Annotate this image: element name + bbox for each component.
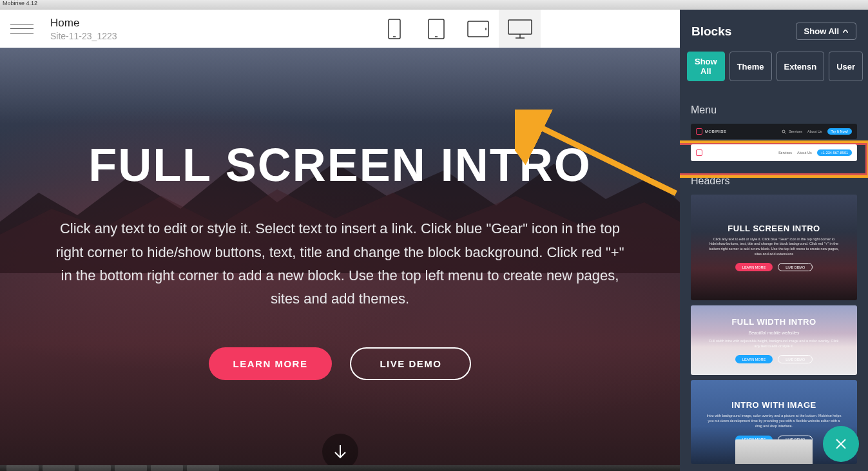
- main-area: Home Site-11-23_1223: [0, 10, 680, 471]
- thumb-desc: Intro with background image, color overl…: [706, 414, 842, 428]
- thumb-title: FULL WIDTH INTRO: [731, 317, 816, 327]
- header-block-thumb[interactable]: FULL WIDTH INTRO Beautiful mobile websit…: [691, 305, 857, 375]
- showall-dropdown[interactable]: Show All: [796, 23, 856, 40]
- blocks-sidebar: Blocks Show All Show All Theme Extensn U…: [680, 10, 868, 471]
- scroll-down-button[interactable]: [322, 434, 358, 470]
- chevron-up-icon: [843, 30, 848, 33]
- thumb-image-placeholder: [735, 439, 813, 464]
- app-frame: Home Site-11-23_1223: [0, 10, 868, 471]
- phone-icon: [388, 19, 401, 39]
- hamburger-menu-button[interactable]: [10, 24, 39, 34]
- device-tablet-landscape-button[interactable]: [457, 10, 499, 48]
- top-bar: Home Site-11-23_1223: [0, 10, 680, 48]
- filter-extension[interactable]: Extensn: [776, 52, 825, 81]
- device-switcher: [373, 10, 541, 48]
- thumb-title: FULL SCREEN INTRO: [728, 224, 820, 233]
- canvas: FULL SCREEN INTRO Click any text to edit…: [0, 48, 680, 471]
- live-demo-button[interactable]: LIVE DEMO: [350, 347, 471, 380]
- sidebar-title: Blocks: [691, 24, 731, 39]
- menu-block-dark-thumb[interactable]: MOBIRISE Services About Us Try It Now!: [691, 124, 857, 139]
- filter-user[interactable]: User: [829, 52, 863, 81]
- svg-point-12: [782, 130, 785, 133]
- thumb-link: Services: [778, 151, 792, 155]
- section-headers-label: Headers: [691, 175, 857, 187]
- section-menu-label: Menu: [691, 104, 857, 116]
- svg-rect-6: [508, 20, 532, 34]
- sidebar-header: Blocks Show All: [680, 10, 868, 52]
- os-taskbar[interactable]: [0, 465, 680, 471]
- svg-rect-0: [389, 19, 400, 39]
- thumb-cta: +1-234-567-8901: [817, 149, 852, 156]
- thumb-btn: LEARN MORE: [735, 263, 773, 271]
- thumb-btn: LEARN MORE: [735, 355, 773, 363]
- hero-block[interactable]: FULL SCREEN INTRO Click any text to edit…: [0, 48, 680, 471]
- filter-theme[interactable]: Theme: [729, 52, 772, 81]
- device-tablet-portrait-button[interactable]: [415, 10, 457, 48]
- close-icon: [834, 437, 848, 451]
- thumb-desc: Click any text to edit or style it. Clic…: [706, 237, 842, 257]
- hero-title[interactable]: FULL SCREEN INTRO: [88, 139, 592, 191]
- page-title: Home: [50, 17, 117, 30]
- desktop-icon: [508, 19, 532, 39]
- logo-icon: [696, 149, 702, 156]
- arrow-down-icon: [332, 443, 349, 460]
- thumb-desc: Full width intro with adjustable height,…: [706, 339, 842, 349]
- close-panel-button[interactable]: [823, 426, 859, 462]
- svg-rect-4: [468, 21, 488, 37]
- hero-description[interactable]: Click any text to edit or style it. Sele…: [50, 217, 630, 311]
- header-block-thumb[interactable]: FULL SCREEN INTRO Click any text to edit…: [691, 195, 857, 300]
- site-name: Site-11-23_1223: [50, 31, 117, 41]
- tablet-portrait-icon: [428, 19, 445, 39]
- thumb-link: About Us: [797, 151, 812, 155]
- thumb-link: About Us: [807, 130, 822, 133]
- thumb-cta: Try It Now!: [827, 128, 852, 135]
- thumb-btn: LIVE DEMO: [778, 355, 813, 363]
- showall-dropdown-label: Show All: [804, 26, 839, 36]
- svg-rect-2: [429, 19, 444, 39]
- search-icon: [782, 130, 786, 134]
- thumb-link: Services: [789, 130, 802, 133]
- thumb-brand: MOBIRISE: [705, 130, 726, 133]
- filter-row: Show All Theme Extensn User: [680, 52, 868, 91]
- blocks-list[interactable]: Menu MOBIRISE Services About Us Try It N…: [680, 91, 868, 471]
- window-titlebar: Mobirise 4.12: [0, 0, 868, 10]
- device-phone-button[interactable]: [373, 10, 415, 48]
- svg-line-13: [784, 132, 786, 133]
- tablet-landscape-icon: [467, 21, 489, 37]
- logo-icon: [696, 128, 702, 135]
- filter-show-all[interactable]: Show All: [687, 52, 725, 81]
- device-desktop-button[interactable]: [499, 10, 541, 48]
- menu-block-light-thumb[interactable]: Services About Us +1-234-567-8901: [691, 144, 857, 161]
- thumb-subtitle: Beautiful mobile websites: [749, 331, 800, 335]
- page-info: Home Site-11-23_1223: [50, 17, 117, 41]
- learn-more-button[interactable]: LEARN MORE: [209, 347, 333, 380]
- thumb-btn: LIVE DEMO: [778, 263, 813, 271]
- hero-buttons: LEARN MORE LIVE DEMO: [209, 347, 472, 380]
- thumb-title: INTRO WITH IMAGE: [731, 400, 816, 410]
